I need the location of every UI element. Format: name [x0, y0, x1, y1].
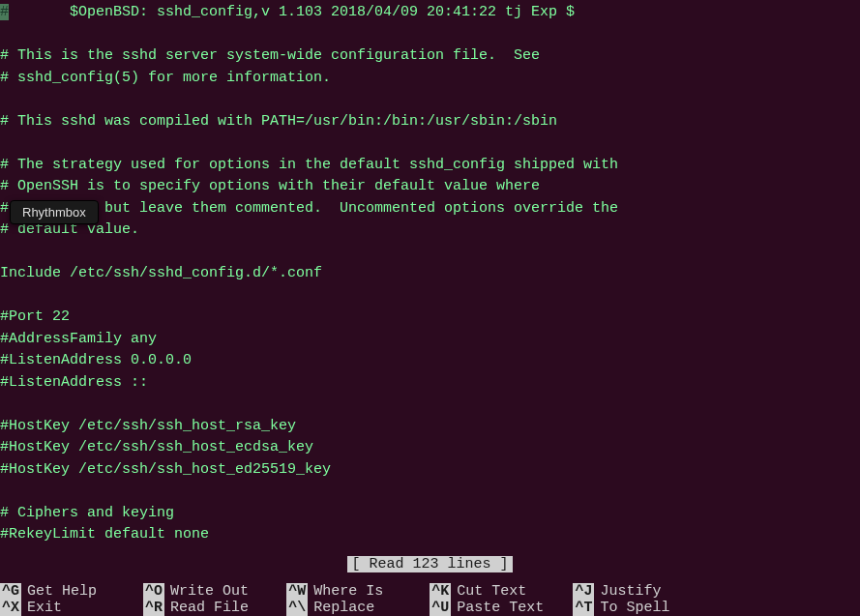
- menu-item[interactable]: ^JJustify: [573, 583, 716, 600]
- status-bar: [ Read 123 lines ]: [0, 556, 860, 572]
- editor-line: #AddressFamily any: [0, 329, 860, 351]
- editor-line: [0, 89, 860, 111]
- editor-line: # This sshd was compiled with PATH=/usr/…: [0, 111, 860, 133]
- cursor-highlight: #: [0, 4, 9, 20]
- menu-item[interactable]: ^TTo Spell: [573, 600, 716, 616]
- editor-line: #HostKey /etc/ssh/ssh_host_ecdsa_key: [0, 437, 860, 459]
- editor-line: [0, 481, 860, 503]
- editor-line: #ListenAddress 0.0.0.0: [0, 350, 860, 372]
- menu-item[interactable]: ^OWrite Out: [143, 583, 286, 600]
- editor-line: #HostKey /etc/ssh/ssh_host_ed25519_key: [0, 459, 860, 482]
- menu-label: Replace: [308, 600, 374, 616]
- status-text: [ Read 123 lines ]: [347, 556, 512, 572]
- editor-line: #HostKey /etc/ssh/ssh_host_rsa_key: [0, 416, 860, 438]
- menu-key: ^U: [430, 600, 451, 616]
- menu-row-1: ^GGet Help^OWrite Out^WWhere Is^KCut Tex…: [0, 583, 860, 600]
- menu-label: Write Out: [164, 583, 249, 600]
- editor-line: # Ciphers and keying: [0, 503, 860, 525]
- menu-item[interactable]: ^WWhere Is: [286, 583, 430, 600]
- menu-key: ^O: [143, 583, 164, 600]
- editor-line: [0, 242, 860, 264]
- menu-key: ^W: [286, 583, 308, 600]
- editor-line: # $OpenBSD: sshd_config,v 1.103 2018/04/…: [0, 2, 860, 24]
- editor-line: # This is the sshd server system-wide co…: [0, 45, 860, 68]
- menu-item[interactable]: ^\Replace: [286, 600, 430, 616]
- menu-key: ^G: [0, 583, 21, 600]
- menu-item[interactable]: ^KCut Text: [430, 583, 573, 600]
- menu-label: Get Help: [21, 583, 97, 600]
- editor-line: [0, 24, 860, 46]
- editor-line: #RekeyLimit default none: [0, 524, 860, 546]
- menu-key: ^J: [573, 583, 594, 600]
- editor-line: [0, 394, 860, 416]
- editor-line: # possible, but leave them commented. Un…: [0, 198, 860, 220]
- editor-line: # OpenSSH is to specify options with the…: [0, 176, 860, 198]
- menu-label: Paste Text: [451, 600, 544, 616]
- editor-line: # sshd_config(5) for more information.: [0, 68, 860, 90]
- menu-key: ^K: [430, 583, 451, 600]
- menu-label: Exit: [21, 600, 62, 616]
- menu-label: Read File: [164, 600, 249, 616]
- editor-line: [0, 132, 860, 155]
- menu-label: Cut Text: [451, 583, 526, 600]
- editor-line: # The strategy used for options in the d…: [0, 155, 860, 177]
- editor-line: [0, 285, 860, 308]
- nano-bottom-menu: ^GGet Help^OWrite Out^WWhere Is^KCut Tex…: [0, 583, 860, 616]
- menu-key: ^\: [286, 600, 308, 616]
- menu-item[interactable]: ^RRead File: [143, 600, 286, 616]
- editor-content[interactable]: # $OpenBSD: sshd_config,v 1.103 2018/04/…: [0, 0, 860, 548]
- tooltip-rhythmbox: Rhythmbox: [10, 200, 99, 224]
- menu-label: Justify: [594, 583, 661, 600]
- menu-item[interactable]: ^GGet Help: [0, 583, 143, 600]
- menu-key: ^X: [0, 600, 21, 616]
- menu-key: ^R: [143, 600, 164, 616]
- editor-line: #ListenAddress ::: [0, 372, 860, 395]
- editor-line: # default value.: [0, 220, 860, 242]
- menu-label: Where Is: [308, 583, 383, 600]
- editor-line: #Port 22: [0, 307, 860, 329]
- menu-label: To Spell: [594, 600, 669, 616]
- menu-item[interactable]: ^XExit: [0, 600, 143, 616]
- editor-line: Include /etc/ssh/sshd_config.d/*.conf: [0, 263, 860, 285]
- menu-item[interactable]: ^UPaste Text: [430, 600, 573, 616]
- menu-row-2: ^XExit^RRead File^\Replace^UPaste Text^T…: [0, 600, 860, 616]
- menu-key: ^T: [573, 600, 594, 616]
